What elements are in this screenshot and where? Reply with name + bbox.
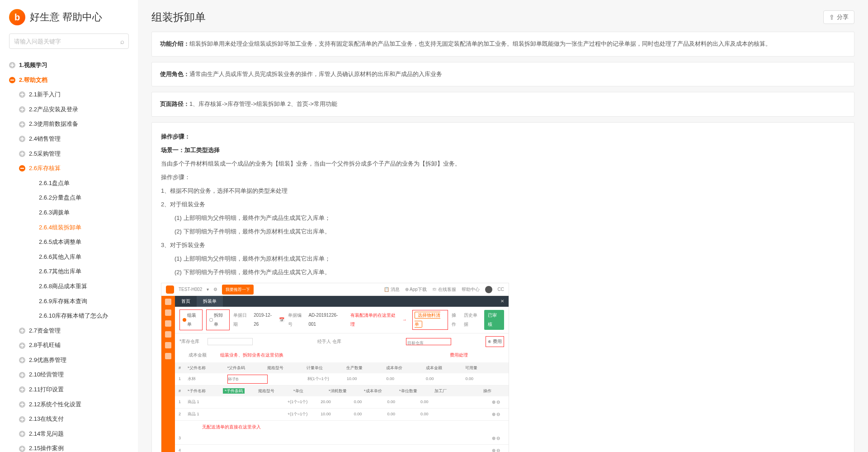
page-header: 组装拆卸单 ⇪ 分享 xyxy=(151,0,854,32)
nav-leaf[interactable]: 2.6.6其他入库单 xyxy=(39,253,81,260)
child-row: 2商品 1+(1个=1个)10.000.000.000.00⊕ ⊖ xyxy=(175,409,509,421)
nav-leaf[interactable]: 2.6.4组装拆卸单 xyxy=(39,224,81,231)
mock-recommend-button: 我要推荐一下 xyxy=(222,285,254,295)
role-text: 通常由生产人员或库管人员完成拆装业务的操作，库管人员确认原材料的出库和产成品的入… xyxy=(189,71,442,77)
mock-fields-row: *库存仓库 经手人 仓库 目标仓库 ⊕ 费用 xyxy=(175,333,509,350)
radio-disassemble: 拆卸单 xyxy=(206,309,229,330)
mock-menu-user: CC xyxy=(498,285,504,294)
warehouse-input xyxy=(208,338,253,345)
nav-item[interactable]: 2.7资金管理 xyxy=(19,324,129,338)
nav-leaf[interactable]: 2.6.1盘点单 xyxy=(39,180,70,186)
scene-label: 场景一：加工类型选择 xyxy=(161,144,845,156)
anno-noinput: 无配送清单的直接在这里录入 xyxy=(175,421,509,433)
child-row-empty: 3⊕ ⊖ xyxy=(175,433,509,445)
op-label: 操作步骤： xyxy=(161,171,845,183)
nav-item[interactable]: 2.5采购管理 xyxy=(19,147,129,162)
scene-desc: 当由多个子件材料组装成一个成品的业务为【组装】业务，当由一个父件拆分成多个子产品… xyxy=(161,158,845,170)
nav-leaf[interactable]: 2.6.9库存账本查询 xyxy=(39,298,87,305)
anno-fee: 费用处理 xyxy=(450,351,504,360)
nav-item[interactable]: 2.12系统个性化设置 xyxy=(19,397,129,412)
gear-icon: ⚙ xyxy=(213,285,217,294)
nav-label: 2.1新手入门 xyxy=(29,88,61,101)
approve-button: 已审核 xyxy=(484,310,504,330)
plus-icon xyxy=(19,106,25,113)
mock-menu-help: 帮助中心 xyxy=(462,285,480,294)
search-input[interactable] xyxy=(9,33,129,49)
anno-switch: 组装业务、拆卸业务在这里切换 xyxy=(207,351,283,360)
child-table: #*子件名称*子件条码规格型号*单位*消耗数量*成本单价*单位数量加工厂操作 1… xyxy=(175,385,509,452)
mock-tab-home: 首页 xyxy=(175,296,197,307)
parent-row: 1水杯杯子B杯(1个=1个)10.000.000.000.00 xyxy=(175,373,509,385)
nav-leaf[interactable]: 2.6.3调拨单 xyxy=(39,209,70,216)
nav-item[interactable]: 2.3使用前数据准备 xyxy=(19,117,129,132)
nav-leaf[interactable]: 2.6.5成本调整单 xyxy=(39,238,81,245)
step-1: 1、根据不同的业务，选择不同单据的类型来处理 xyxy=(161,185,845,197)
nav-item[interactable]: 2.8手机旺铺 xyxy=(19,338,129,353)
mock-sidebar xyxy=(161,296,175,452)
child-thead: #*子件名称*子件条码规格型号*单位*消耗数量*成本单价*单位数量加工厂操作 xyxy=(175,385,509,396)
parent-table: #*父件名称*父件条码规格型号计量单位生产数量成本单价成本金额可用量 1水杯杯子… xyxy=(175,362,509,385)
nav-item[interactable]: 2.2产品安装及登录 xyxy=(19,102,129,117)
nav-item[interactable]: 2.10经营管理 xyxy=(19,367,129,382)
nav-label: 2.2产品安装及登录 xyxy=(29,103,78,116)
nav-label: 2.10经营管理 xyxy=(29,368,64,381)
nav-item[interactable]: 2.13在线支付 xyxy=(19,412,129,427)
nav-item[interactable]: 2.4销售管理 xyxy=(19,132,129,147)
step-3: 3、对于拆装业务 xyxy=(161,239,845,251)
mock-main: 首页 拆装单 ✕ 组装单 拆卸单 单据日期 2019-12-26 📅 单据编号 … xyxy=(175,296,509,452)
nav-item[interactable]: 1.视频学习 xyxy=(9,58,129,73)
share-button[interactable]: ⇪ 分享 xyxy=(823,10,854,24)
mock-side-icon xyxy=(165,353,171,359)
steps-section: 操作步骤： 场景一：加工类型选择 当由多个子件材料组装成一个成品的业务为【组装】… xyxy=(151,122,854,452)
fee-button: ⊕ 费用 xyxy=(486,336,504,347)
nav-item[interactable]: 2.9优惠券管理 xyxy=(19,353,129,368)
calendar-icon: 📅 xyxy=(279,315,284,324)
share-label: 分享 xyxy=(837,13,849,21)
mock-body: 首页 拆装单 ✕ 组装单 拆卸单 单据日期 2019-12-26 📅 单据编号 … xyxy=(161,296,509,452)
nav-leaf[interactable]: 2.6.7其他出库单 xyxy=(39,268,81,275)
close-icon: ✕ xyxy=(496,297,509,306)
nav-label: 2.9优惠券管理 xyxy=(29,354,66,367)
mock-top-right: 📋 消息 ⊕ App下载 ☏ 在线客服 帮助中心 CC xyxy=(384,285,504,294)
mock-title: TEST-H002 xyxy=(179,285,202,294)
nav-item[interactable]: 2.14常见问题 xyxy=(19,427,129,442)
plus-icon xyxy=(19,386,25,393)
arrow-right-icon: → xyxy=(402,315,407,324)
avatar-icon xyxy=(485,286,492,293)
nav-leaf[interactable]: 2.6.10库存账本错了怎么办 xyxy=(39,312,108,319)
ops-link: 操作 xyxy=(452,311,460,329)
nav-item[interactable]: 2.11打印设置 xyxy=(19,382,129,397)
step-2b: (2) 下部明细为子件明细，最终作为原材料生成其它出库单。 xyxy=(161,226,845,238)
nav-item[interactable]: 2.15操作案例 xyxy=(19,441,129,452)
nav-leaf[interactable]: 2.6.2分量盘点单 xyxy=(39,194,81,201)
nav: 1.视频学习2.帮助文档2.1新手入门2.2产品安装及登录2.3使用前数据准备2… xyxy=(9,58,129,452)
share-icon: ⇪ xyxy=(829,14,835,21)
plus-icon xyxy=(19,357,25,363)
person-label: 经手人 仓库 xyxy=(317,337,341,346)
mock-header-row: 组装单 拆卸单 单据日期 2019-12-26 📅 单据编号 AD-201912… xyxy=(175,307,509,333)
plus-icon xyxy=(19,401,25,408)
warehouse-label: *库存仓库 xyxy=(179,337,199,346)
nav-item[interactable]: 2.帮助文档 xyxy=(9,73,129,88)
mock-side-icon xyxy=(165,342,171,348)
minus-icon xyxy=(9,77,15,83)
search-icon[interactable]: ⌕ xyxy=(120,38,124,45)
nav-label: 2.11打印设置 xyxy=(29,383,64,396)
nav-item[interactable]: 2.1新手入门 xyxy=(19,87,129,102)
nav-item[interactable]: 2.6库存核算 xyxy=(19,161,129,176)
plus-icon xyxy=(19,136,25,142)
child-row-empty: 4⊕ ⊖ xyxy=(175,445,509,452)
plus-icon xyxy=(9,62,15,68)
dest-input: 目标仓库 xyxy=(406,338,451,345)
docno-label: 单据编号 xyxy=(288,311,305,329)
anno-config: 有装配清单的在这里处理 xyxy=(350,311,397,329)
screenshot-mock: TEST-H002 ▾ ⚙ 我要推荐一下 📋 消息 ⊕ App下载 ☏ 在线客服… xyxy=(161,283,509,452)
step-2: 2、对于组装业务 xyxy=(161,199,845,210)
nav-label: 2.3使用前数据准备 xyxy=(29,118,78,131)
nav-leaf[interactable]: 2.6.8商品成本重算 xyxy=(39,283,87,290)
mock-tabs: 首页 拆装单 ✕ xyxy=(175,296,509,307)
steps-heading: 操作步骤： xyxy=(161,131,845,143)
path-card: 页面路径：1、库存核算->库存管理->组装拆卸单 2、首页->常用功能 xyxy=(151,92,854,117)
history-link: 历史单据 xyxy=(464,311,481,329)
intro-text: 组装拆卸单用来处理企业组装或拆卸等加工业务，支持有固定装配清单的产品加工业务，也… xyxy=(189,40,771,47)
